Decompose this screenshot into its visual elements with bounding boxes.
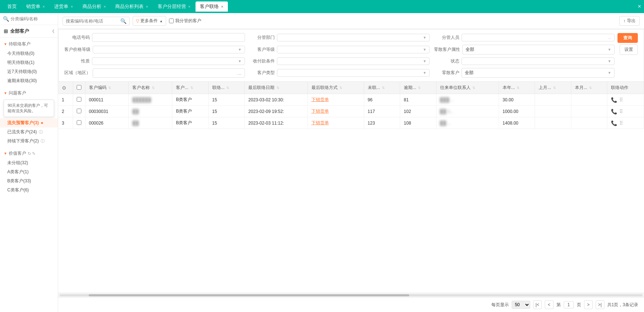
row-checkbox[interactable] xyxy=(77,97,81,102)
edit-icon[interactable]: ✎ xyxy=(32,151,36,156)
close-window-icon[interactable]: × xyxy=(638,3,641,10)
th-type: 客户... ⇅ xyxy=(172,82,209,94)
filter-more-btn[interactable]: ▽ 更多条件 ▲ xyxy=(133,16,166,26)
th-checkbox[interactable] xyxy=(73,82,85,94)
sidebar-item-declining[interactable]: 持续下滑客户(2) ⓘ xyxy=(0,137,58,146)
cell-contact: 15 xyxy=(208,117,245,129)
customer-level-select[interactable]: ▼ xyxy=(277,46,430,53)
cell-checkbox[interactable] xyxy=(73,117,85,129)
zero-attr-select[interactable]: 全部 ▼ xyxy=(462,45,615,54)
tab-purchase[interactable]: 进货单 × xyxy=(50,1,77,12)
customer-type-select[interactable]: ▼ xyxy=(277,69,430,77)
sidebar-item-overdue[interactable]: 逾期未联络(30) xyxy=(0,76,58,85)
page-label: 第 xyxy=(556,302,561,308)
settings-button[interactable]: 设置 xyxy=(620,44,638,55)
cell-checkbox[interactable] xyxy=(73,106,85,117)
th-contact: 联络... ⇅ xyxy=(208,82,245,94)
tab-analysis-list-close[interactable]: × xyxy=(146,4,148,9)
cell-last-type[interactable]: 下销货单 xyxy=(307,117,364,129)
sidebar-section-problem-title[interactable]: ▼ 问题客户 xyxy=(0,88,58,98)
sidebar-search-input[interactable] xyxy=(11,16,55,21)
more-action-icon[interactable]: ⠿ xyxy=(619,109,623,114)
next-page-btn[interactable]: > xyxy=(584,300,593,309)
first-page-btn[interactable]: |< xyxy=(533,300,542,309)
sidebar-item-today[interactable]: 今天待联络(0) xyxy=(0,49,58,58)
phone-action-icon[interactable]: 📞 xyxy=(611,109,617,114)
more-action-icon[interactable]: ⠿ xyxy=(619,120,623,126)
arrow-down-icon: ▼ xyxy=(4,42,7,46)
sidebar-item-a-class[interactable]: A类客户(1) xyxy=(0,167,58,177)
more-action-icon[interactable]: ⠿ xyxy=(619,97,623,103)
tab-home[interactable]: 首页 xyxy=(3,1,21,12)
status-select[interactable]: ▼ xyxy=(462,57,615,65)
per-page-select[interactable]: 50 100 200 xyxy=(512,301,530,309)
sidebar-item-churned[interactable]: 已流失客户(24) ⓘ xyxy=(0,127,58,137)
phone-action-icon[interactable]: 📞 xyxy=(611,97,617,103)
tab-analysis-close[interactable]: × xyxy=(104,4,106,9)
sidebar-section-value-title[interactable]: ▼ 价值客户 ↻ ✎ xyxy=(0,149,58,158)
select-all-checkbox[interactable] xyxy=(77,85,81,90)
scrollbar-thumb[interactable] xyxy=(89,294,409,296)
table-row: 3 000026 ██ B类客户 15 2023-02-03 11:12: 下销… xyxy=(58,117,644,129)
region-select[interactable]: ... xyxy=(93,68,245,78)
sort-icon-2: ⇅ xyxy=(152,86,155,90)
sidebar-section-problem: ▼ 问题客户 90天未交易的客户，可能有流失风险。 流失预警客户(3) ● 已流… xyxy=(0,87,58,147)
row-checkbox[interactable] xyxy=(77,120,81,125)
export-button[interactable]: ↑ 导出 xyxy=(619,16,640,26)
sidebar-all-customers[interactable]: ⊞ 全部客户 《 xyxy=(0,25,58,38)
phone-action-icon[interactable]: 📞 xyxy=(611,120,617,126)
my-customers-filter[interactable]: 我分管的客户 xyxy=(169,18,201,24)
search-input[interactable] xyxy=(66,19,120,24)
contact-type-link[interactable]: 下销货单 xyxy=(311,109,329,114)
tab-customer-tier-close[interactable]: × xyxy=(188,4,190,9)
gear-icon[interactable]: ⚙ xyxy=(62,85,67,91)
region-dots[interactable]: ... xyxy=(237,70,242,76)
tab-sales[interactable]: 销货单 × xyxy=(22,1,49,12)
zero-customer-select[interactable]: 全部 ▼ xyxy=(462,68,615,78)
tab-sales-close[interactable]: × xyxy=(43,4,45,9)
row-checkbox[interactable] xyxy=(77,109,81,113)
table-header-row: ⚙ 客户编码 ⇅ 客户名称 ⇅ xyxy=(58,82,644,94)
sidebar: 🔍 ⊞ 全部客户 《 ▼ 待联络客户 今天待联络(0) 明天待联络(1) 近7天… xyxy=(0,13,58,312)
gender-select[interactable]: ▼ xyxy=(92,57,245,65)
sidebar-section-pending-title[interactable]: ▼ 待联络客户 xyxy=(0,39,58,49)
manager-select[interactable]: ... xyxy=(462,34,615,41)
last-page-btn[interactable]: >| xyxy=(596,300,604,309)
cell-last-type[interactable]: 下销货单 xyxy=(307,106,364,117)
query-button[interactable]: 查询 xyxy=(617,33,638,43)
tab-analysis-list[interactable]: 商品分析列表 × xyxy=(111,1,152,12)
cell-last-type[interactable]: 下销货单 xyxy=(307,94,364,106)
sidebar-item-ungrouped[interactable]: 未分组(32) xyxy=(0,158,58,167)
sort-icon-6: ⇅ xyxy=(339,86,342,90)
sidebar-item-tomorrow[interactable]: 明天待联络(1) xyxy=(0,58,58,67)
tab-analysis[interactable]: 商品分析 × xyxy=(78,1,110,12)
contact-type-link[interactable]: 下销货单 xyxy=(311,97,329,102)
cell-name: ██████ xyxy=(129,94,172,106)
contact-type-link[interactable]: 下销货单 xyxy=(311,120,329,125)
tab-purchase-close[interactable]: × xyxy=(71,4,73,9)
table-body: 1 000011 ██████ B类客户 15 2023-03-02 10:30… xyxy=(58,94,644,129)
refresh-icon[interactable]: ↻ xyxy=(28,151,31,156)
prev-page-btn[interactable]: < xyxy=(545,300,554,309)
cell-overdue: 81 xyxy=(400,94,436,106)
my-customers-checkbox[interactable] xyxy=(169,19,174,23)
horizontal-scrollbar[interactable] xyxy=(58,293,644,297)
cell-checkbox[interactable] xyxy=(73,94,85,106)
action-icons: 📞 ⠿ xyxy=(611,97,640,103)
scrollbar-track[interactable] xyxy=(60,294,643,296)
sidebar-item-c-class[interactable]: C类客户(6) xyxy=(0,186,58,195)
dept-select[interactable]: ▼ xyxy=(277,34,430,41)
phone-input[interactable] xyxy=(92,33,245,42)
search-icon[interactable]: 🔍 xyxy=(120,18,126,24)
tab-bar: 首页 销货单 × 进货单 × 商品分析 × 商品分析列表 × 客户分层经营 × … xyxy=(0,0,644,13)
tab-customer-contact-close[interactable]: × xyxy=(221,4,223,9)
tab-customer-contact[interactable]: 客户联络 × xyxy=(196,1,228,12)
tab-customer-tier[interactable]: 客户分层经营 × xyxy=(153,1,195,12)
price-level-select[interactable]: ▼ xyxy=(93,46,245,53)
sidebar-item-b-class[interactable]: B类客户(33) xyxy=(0,177,58,186)
sidebar-item-7days[interactable]: 近7天待联络(0) xyxy=(0,67,58,76)
payment-select[interactable]: ▼ xyxy=(277,57,430,65)
action-icons: 📞 ⠿ xyxy=(611,120,640,126)
th-gear[interactable]: ⚙ xyxy=(58,82,73,94)
sidebar-item-churn-warning[interactable]: 流失预警客户(3) ● xyxy=(0,118,58,127)
